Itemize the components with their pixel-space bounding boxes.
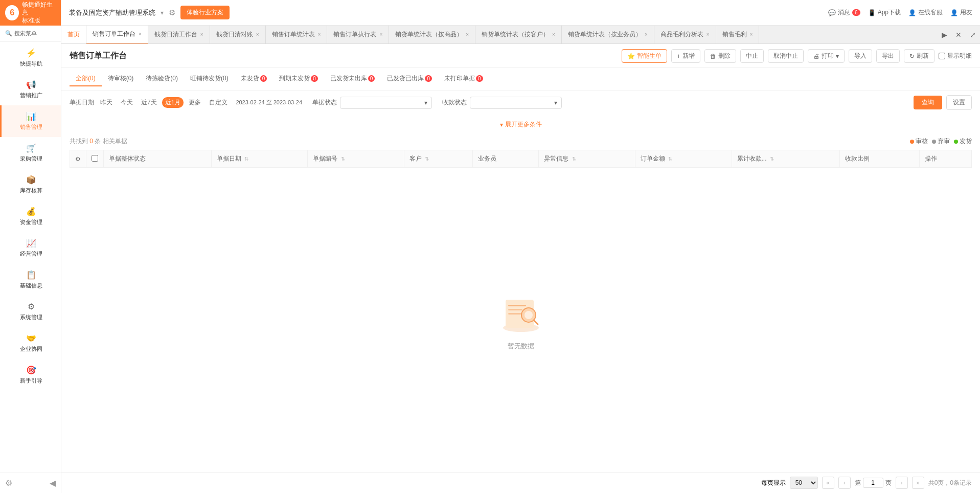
tab-close-cash-reconcile[interactable]: × (256, 32, 259, 37)
th-staff[interactable]: 业务员 (473, 150, 539, 168)
add-button[interactable]: + 新增 (671, 49, 700, 63)
table-action-review[interactable]: 审核 (910, 137, 928, 146)
smart-create-button[interactable]: ⭐ 智能生单 (622, 49, 667, 63)
th-checkbox[interactable] (86, 150, 104, 168)
sub-tab-all[interactable]: 全部(0) (70, 72, 102, 86)
sidebar-item-marketing[interactable]: 📢营销推广 (0, 74, 61, 105)
sidebar-item-purchase[interactable]: 🛒采购管理 (0, 137, 61, 169)
tab-sales-sum-customer[interactable]: 销货单统计表（按客户）× (475, 26, 562, 44)
date-btn-今天[interactable]: 今天 (118, 97, 136, 108)
settings-icon[interactable]: ⚙ (5, 478, 12, 488)
tab-cash-reconcile[interactable]: 钱货日清对账× (210, 26, 266, 44)
online-service-button[interactable]: 👤 在线客服 (908, 8, 943, 17)
delete-button[interactable]: 🗑 删除 (704, 49, 736, 63)
sub-tab-shipped-stored[interactable]: 已发货已出库0 (381, 72, 438, 86)
expand-filter-button[interactable]: ▾ 展开更多条件 (500, 120, 542, 129)
table-action-unaudit[interactable]: 弃审 (932, 137, 950, 146)
date-btn-更多[interactable]: 更多 (186, 97, 204, 108)
th-number[interactable]: 单据编号 ⇅ (308, 150, 404, 168)
sidebar-item-basic-info[interactable]: 📋基础信息 (0, 264, 61, 296)
setting-button[interactable]: 设置 (946, 95, 972, 110)
ship-label: 发货 (960, 137, 972, 146)
tab-close-cash-clearing[interactable]: × (200, 32, 203, 37)
cancel-stop-button[interactable]: 取消中止 (768, 49, 804, 63)
sidebar-label-purchase: 采购管理 (20, 155, 42, 163)
status-select[interactable]: ▾ (340, 97, 432, 109)
sidebar-item-enterprise[interactable]: 🤝企业协同 (0, 327, 61, 359)
date-btn-自定义[interactable]: 自定义 (206, 97, 231, 108)
th-amount[interactable]: 订单金额 ⇅ (635, 150, 732, 168)
sub-tab-pending-inspect[interactable]: 待拣验货(0) (140, 72, 184, 86)
import-button[interactable]: 导入 (849, 49, 872, 63)
sidebar-item-quick-nav[interactable]: ⚡快捷导航 (0, 42, 61, 74)
filter-bar: 单据日期 昨天今天近7天近1月更多自定义 2023-02-24 至 2023-0… (61, 91, 980, 133)
industry-solution-button[interactable]: 体验行业方案 (180, 6, 230, 19)
tab-sales-sum-product[interactable]: 销货单统计表（按商品）× (389, 26, 475, 44)
stop-button[interactable]: 中止 (740, 49, 764, 63)
tab-sales-workbench[interactable]: 销售订单工作台× (86, 26, 148, 44)
sub-tab-label-not-printed: 未打印单据 (444, 75, 475, 82)
user-menu[interactable]: 👤 用友 (950, 8, 972, 17)
tab-close-sales-sum-product[interactable]: × (466, 32, 469, 37)
tab-close-sales-sum-staff[interactable]: × (645, 32, 648, 37)
sub-tab-wangpu-ship[interactable]: 旺铺待发货(0) (184, 72, 235, 86)
tab-sales-sum-staff[interactable]: 销货单统计表（按业务员）× (562, 26, 654, 44)
messages-button[interactable]: 💬 消息 6 (828, 8, 860, 17)
tab-sales-exec[interactable]: 销售订单执行表× (327, 26, 389, 44)
tab-close-sales-workbench[interactable]: × (139, 31, 142, 37)
sub-tab-shipped-not-stored[interactable]: 已发货未出库0 (324, 72, 381, 86)
th-customer[interactable]: 客户 ⇅ (404, 150, 472, 168)
tab-sales-profit[interactable]: 销售毛利× (716, 26, 760, 44)
tab-cash-clearing[interactable]: 钱货日清工作台× (148, 26, 210, 44)
tab-sales-stat[interactable]: 销售订单统计表× (266, 26, 328, 44)
sidebar-item-inventory[interactable]: 📦库存核算 (0, 169, 61, 200)
show-detail-checkbox[interactable]: 显示明细 (939, 52, 972, 60)
th-date[interactable]: 单据日期 ⇅ (211, 150, 308, 168)
sidebar-item-sales[interactable]: 📊销售管理 (0, 105, 61, 137)
refresh-button[interactable]: ↻ 刷新 (904, 49, 935, 63)
table-area: 共找到 0 条 相关单据 审核弃审发货 ⚙ 单据整体状态 (61, 133, 980, 472)
payment-select[interactable]: ▾ (470, 97, 562, 109)
print-button[interactable]: 🖨 打印 ▾ (808, 49, 845, 63)
th-abnormal[interactable]: 异常信息 ⇅ (539, 150, 635, 168)
tab-product-margin[interactable]: 商品毛利分析表× (654, 26, 716, 44)
sidebar-item-guide[interactable]: 🎯新手引导 (0, 359, 61, 391)
tab-close-sales-stat[interactable]: × (318, 32, 321, 37)
sub-tab-not-shipped[interactable]: 未发货0 (235, 72, 274, 86)
tab-home[interactable]: 首页 (61, 26, 86, 44)
sidebar-search[interactable]: 🔍 搜索菜单 (0, 26, 61, 42)
sub-tab-overdue-not-shipped[interactable]: 到期未发货0 (273, 72, 324, 86)
export-button[interactable]: 导出 (876, 49, 900, 63)
sub-tab-not-printed[interactable]: 未打印单据0 (438, 72, 489, 86)
topbar-dropdown-icon[interactable]: ▾ (161, 9, 164, 16)
date-btn-近1月[interactable]: 近1月 (162, 97, 184, 108)
tab-close-sales-sum-customer[interactable]: × (552, 32, 555, 37)
prev-page-button[interactable]: ‹ (838, 477, 851, 489)
tab-close-sales-exec[interactable]: × (379, 32, 382, 37)
app-download-button[interactable]: 📱 App下载 (868, 8, 901, 17)
last-page-button[interactable]: » (912, 477, 924, 489)
page-input[interactable] (863, 478, 883, 488)
sidebar-item-operations[interactable]: 📈经营管理 (0, 232, 61, 264)
tab-maximize-button[interactable]: ⤢ (966, 31, 980, 39)
per-page-select[interactable]: 50 100 200 (790, 477, 818, 489)
tab-close-sales-profit[interactable]: × (750, 32, 753, 37)
query-button[interactable]: 查询 (914, 96, 942, 109)
tabs-more-button[interactable]: ▶ (938, 31, 951, 39)
sub-tab-pending-review[interactable]: 待审核(0) (102, 72, 140, 86)
star-icon: ⭐ (627, 53, 635, 60)
first-page-button[interactable]: « (822, 477, 834, 489)
refresh-icon: ↻ (909, 53, 915, 60)
guide-icon: 🎯 (26, 365, 36, 375)
sidebar-item-finance[interactable]: 💰资金管理 (0, 200, 61, 232)
topbar-gear-icon[interactable]: ⚙ (169, 8, 175, 17)
table-action-ship[interactable]: 发货 (954, 137, 972, 146)
date-btn-近7天[interactable]: 近7天 (138, 97, 160, 108)
date-btn-昨天[interactable]: 昨天 (97, 97, 116, 108)
tab-close-product-margin[interactable]: × (706, 32, 710, 37)
next-page-button[interactable]: › (896, 477, 908, 489)
collapse-icon[interactable]: ◀ (50, 478, 56, 488)
tab-close-all-button[interactable]: ✕ (951, 31, 966, 39)
th-collected[interactable]: 累计收款... ⇅ (732, 150, 839, 168)
sidebar-item-system[interactable]: ⚙系统管理 (0, 296, 61, 327)
